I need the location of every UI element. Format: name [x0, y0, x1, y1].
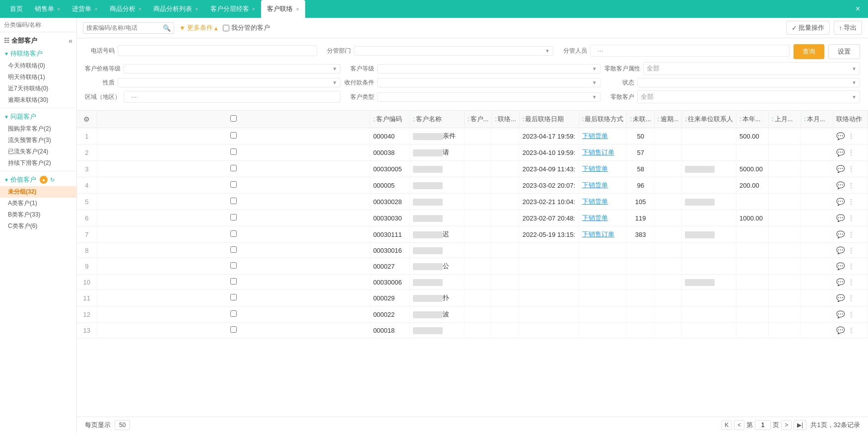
lastway-link[interactable]: 下销货单: [582, 132, 608, 140]
tab-customer-contact[interactable]: 客户联络 ×: [261, 0, 305, 18]
tab-analysis-list[interactable]: 商品分析列表 ×: [147, 0, 204, 18]
price-level-select[interactable]: ▼: [124, 64, 340, 73]
tab-sales[interactable]: 销售单 ×: [29, 0, 66, 18]
next-page-button[interactable]: >: [781, 420, 792, 430]
prev-page-button[interactable]: <: [734, 420, 744, 430]
query-button[interactable]: 查询: [794, 44, 824, 59]
sidebar-item-churned[interactable]: 已流失客户(24): [0, 146, 76, 157]
message-icon[interactable]: 💬: [836, 132, 845, 140]
sidebar-all-customers[interactable]: ☷ 全部客户 «: [0, 32, 76, 47]
lastway-link[interactable]: 下销货单: [582, 165, 608, 172]
message-icon[interactable]: 💬: [836, 148, 845, 156]
grid-action-icon[interactable]: ⋮: [848, 294, 855, 302]
payment-select[interactable]: ▼: [377, 78, 600, 87]
sidebar-item-hoarding[interactable]: 囤购异常客户(2): [0, 123, 76, 135]
grid-action-icon[interactable]: ⋮: [848, 326, 855, 334]
message-icon[interactable]: 💬: [836, 262, 845, 270]
message-icon[interactable]: 💬: [836, 310, 845, 318]
close-contact-icon[interactable]: ×: [296, 6, 299, 12]
sidebar-item-a-class[interactable]: A类客户(1): [0, 198, 76, 209]
message-icon[interactable]: 💬: [836, 230, 845, 238]
close-segment-icon[interactable]: ×: [252, 6, 255, 12]
region-dots[interactable]: ···: [129, 93, 139, 101]
filter-more-conditions[interactable]: ▼ 更多条件 ▴: [179, 23, 218, 32]
sidebar-item-c-class[interactable]: C类客户(6): [0, 220, 76, 232]
grid-action-icon[interactable]: ⋮: [848, 165, 855, 173]
export-button[interactable]: ↑ 导出: [834, 21, 863, 35]
message-icon[interactable]: 💬: [836, 294, 845, 302]
tab-purchase[interactable]: 进货单 ×: [66, 0, 103, 18]
tab-customer-segment[interactable]: 客户分层经客 ×: [204, 0, 261, 18]
grid-action-icon[interactable]: ⋮: [848, 230, 855, 238]
grid-action-icon[interactable]: ⋮: [848, 181, 855, 189]
nature-select[interactable]: ▼: [118, 78, 340, 87]
lastway-link[interactable]: 下销售订单: [582, 230, 614, 238]
message-icon[interactable]: 💬: [836, 181, 845, 189]
row-checkbox[interactable]: [230, 148, 237, 155]
sidebar-item-overdue-pending[interactable]: 逾期未联络(30): [0, 94, 76, 106]
close-analysis-list-icon[interactable]: ×: [195, 6, 198, 12]
message-icon[interactable]: 💬: [836, 198, 845, 206]
customer-level-select[interactable]: ▼: [377, 64, 600, 73]
message-icon[interactable]: 💬: [836, 246, 845, 254]
message-icon[interactable]: 💬: [836, 214, 845, 222]
sidebar-item-b-class[interactable]: B类客户(33): [0, 209, 76, 220]
row-checkbox[interactable]: [230, 262, 237, 269]
row-checkbox[interactable]: [230, 132, 237, 139]
grid-action-icon[interactable]: ⋮: [848, 148, 855, 156]
row-checkbox[interactable]: [230, 310, 237, 317]
scatter-customer-select[interactable]: 全部 ▼: [637, 90, 860, 103]
grid-action-icon[interactable]: ⋮: [848, 246, 855, 254]
sidebar-group-problem[interactable]: ▼ 问题客户: [0, 110, 76, 123]
row-checkbox[interactable]: [230, 181, 237, 188]
reset-button[interactable]: 设置: [828, 44, 860, 59]
page-size-value[interactable]: 50: [115, 420, 130, 430]
lastway-link[interactable]: 下销售订单: [582, 148, 614, 156]
row-checkbox[interactable]: [230, 198, 237, 204]
filter-search-icon[interactable]: 🔍: [163, 24, 171, 32]
lastway-link[interactable]: 下销货单: [582, 198, 608, 205]
sidebar-search-input[interactable]: [4, 21, 77, 28]
sidebar-item-today-pending[interactable]: 今天待联络(0): [0, 60, 76, 72]
grid-action-icon[interactable]: ⋮: [848, 310, 855, 318]
close-sales-icon[interactable]: ×: [57, 6, 60, 12]
manager-dots[interactable]: ···: [596, 47, 605, 55]
batch-op-button[interactable]: ✓ 批量操作: [786, 21, 830, 35]
message-icon[interactable]: 💬: [836, 278, 845, 286]
row-checkbox[interactable]: [230, 294, 237, 300]
dept-select[interactable]: ▼: [354, 46, 553, 56]
window-close-button[interactable]: ×: [852, 4, 864, 13]
row-checkbox[interactable]: [230, 246, 237, 253]
row-checkbox[interactable]: [230, 214, 237, 220]
close-analysis-icon[interactable]: ×: [138, 6, 141, 12]
scatter-attr-select[interactable]: 全部 ▼: [643, 62, 860, 75]
select-all-checkbox[interactable]: [230, 115, 237, 122]
row-checkbox[interactable]: [230, 278, 237, 285]
close-purchase-icon[interactable]: ×: [94, 6, 97, 12]
sidebar-group-pending[interactable]: ▼ 待联络客户: [0, 47, 76, 60]
grid-action-icon[interactable]: ⋮: [848, 262, 855, 270]
sidebar-group-value[interactable]: ▼ 价值客户 ● ↻: [0, 173, 76, 186]
customer-type-select[interactable]: ▼: [377, 92, 600, 102]
sidebar-item-ungroup[interactable]: 未分组(32): [0, 186, 76, 198]
tab-analysis[interactable]: 商品分析 ×: [104, 0, 147, 18]
sidebar-item-churn-warning[interactable]: 流失预警客户(3): [0, 135, 76, 146]
grid-action-icon[interactable]: ⋮: [848, 214, 855, 222]
sidebar-item-tomorrow-pending[interactable]: 明天待联络(1): [0, 72, 76, 83]
first-page-button[interactable]: K: [721, 420, 732, 430]
row-checkbox[interactable]: [230, 230, 237, 237]
sidebar-item-7days-pending[interactable]: 近7天待联络(0): [0, 83, 76, 94]
filter-my-customers[interactable]: 我分管的客户: [223, 23, 270, 32]
page-input[interactable]: [755, 420, 771, 430]
row-checkbox[interactable]: [230, 165, 237, 171]
grid-action-icon[interactable]: ⋮: [848, 132, 855, 140]
refresh-icon[interactable]: ↻: [50, 177, 55, 183]
message-icon[interactable]: 💬: [836, 165, 845, 173]
lastway-link[interactable]: 下销货单: [582, 214, 608, 221]
last-page-button[interactable]: ▶|: [794, 420, 806, 430]
grid-action-icon[interactable]: ⋮: [848, 278, 855, 286]
sidebar-item-declining[interactable]: 持续下滑客户(2): [0, 157, 76, 169]
region-select[interactable]: ···: [124, 91, 340, 103]
filter-search-input[interactable]: [86, 24, 161, 31]
my-customers-checkbox[interactable]: [223, 25, 229, 31]
